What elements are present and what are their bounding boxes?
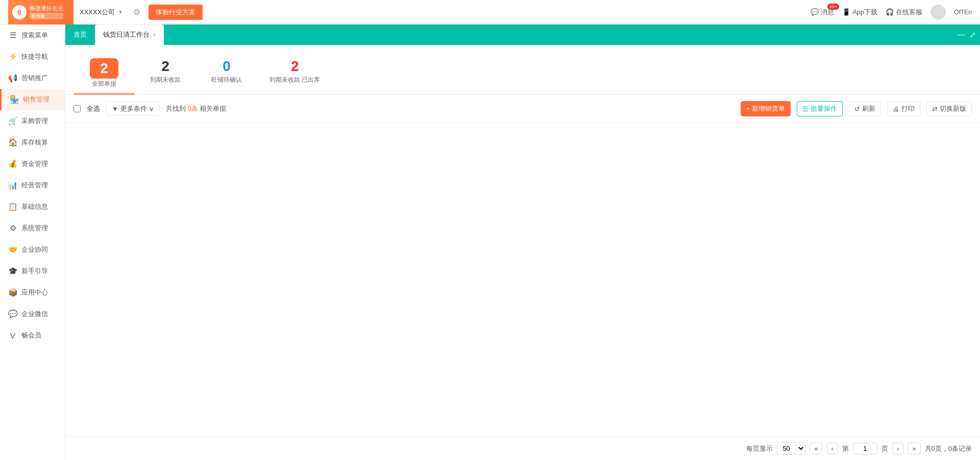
company-chevron: ▼ bbox=[118, 9, 123, 15]
sidebar-item-inventory[interactable]: 🏠 库存核算 bbox=[0, 132, 65, 153]
summary-card-wangpu[interactable]: 0 旺铺待确认 bbox=[196, 53, 257, 94]
sidebar-item-app-center[interactable]: 📦 应用中心 bbox=[0, 282, 65, 303]
last-page-button[interactable]: » bbox=[908, 443, 920, 454]
enterprise-icon: 🤝 bbox=[8, 245, 17, 254]
guide-icon: 🎓 bbox=[8, 267, 17, 276]
tab-home[interactable]: 首页 bbox=[65, 25, 95, 45]
page-number-input[interactable] bbox=[853, 443, 877, 454]
toolbar-left: 全选 ▼ 更多条件 ∨ 共找到 0条 相关单据 bbox=[74, 102, 734, 116]
refresh-label: 刷新 bbox=[862, 104, 875, 113]
switch-new-version-button[interactable]: ⇄ 切换新版 bbox=[926, 101, 972, 116]
add-sales-order-button[interactable]: + 新增销货单 bbox=[741, 101, 791, 116]
overdue-shipped-label: 到期未收款 已出库 bbox=[270, 76, 320, 84]
sidebar-item-member[interactable]: V 畅会员 bbox=[0, 325, 65, 346]
sidebar-item-guide[interactable]: 🎓 新手引导 bbox=[0, 260, 65, 282]
app-label: App下载 bbox=[852, 8, 877, 17]
refresh-button[interactable]: ↺ 刷新 bbox=[849, 101, 881, 116]
sidebar-item-sales[interactable]: 🏪 销售管理 bbox=[0, 89, 65, 110]
pagination-bar: 每页显示 50 10 20 100 « ‹ 第 页 › » 共0页，0条记录 bbox=[65, 437, 980, 460]
refresh-icon: ↺ bbox=[854, 105, 860, 113]
content-area: 2 全部单据 2 到期未收款 0 旺铺待确认 2 到期未收款 已出库 全选 bbox=[65, 45, 980, 460]
select-all-label: 全选 bbox=[87, 104, 100, 113]
summary-card-overdue-shipped[interactable]: 2 到期未收款 已出库 bbox=[257, 53, 332, 94]
sidebar-item-label: 搜索菜单 bbox=[21, 31, 48, 40]
related-label: 相关单据 bbox=[200, 105, 226, 112]
next-page-button[interactable]: › bbox=[892, 443, 903, 454]
avatar[interactable] bbox=[930, 5, 946, 20]
main-content: 2 全部单据 2 到期未收款 0 旺铺待确认 2 到期未收款 已出库 全选 bbox=[65, 45, 980, 460]
trial-button[interactable]: 体验行业方案 bbox=[149, 5, 203, 20]
wechat-icon: 💬 bbox=[8, 309, 17, 319]
filter-label: 更多条件 bbox=[120, 104, 147, 113]
nav-actions: — ⤢ bbox=[957, 30, 980, 40]
wangpu-count: 0 bbox=[223, 58, 231, 75]
gear-icon[interactable]: ⚙ bbox=[129, 7, 144, 17]
summary-card-all[interactable]: 2 全部单据 bbox=[74, 53, 135, 94]
sidebar-item-basics[interactable]: 📋 基础信息 bbox=[0, 196, 65, 217]
service-icon: 🎧 bbox=[886, 8, 894, 16]
purchase-icon: 🛒 bbox=[8, 116, 17, 126]
top-header: 6 畅捷通好生意 标准版 XXXXX公司 ▼ ⚙ 体验行业方案 💬 消息 99+… bbox=[0, 0, 980, 25]
prev-page-button[interactable]: ‹ bbox=[827, 443, 838, 454]
sidebar-item-finance[interactable]: 💰 资金管理 bbox=[0, 153, 65, 175]
message-icon: 💬 bbox=[811, 8, 819, 16]
sidebar-item-marketing[interactable]: 📢 营销推广 bbox=[0, 67, 65, 89]
operations-icon: 📊 bbox=[8, 181, 17, 190]
avatar-name[interactable]: OfTEn bbox=[954, 9, 972, 16]
toolbar: 全选 ▼ 更多条件 ∨ 共找到 0条 相关单据 + 新增销货单 ☰ 批量操作 bbox=[65, 95, 980, 123]
sidebar-item-label: 新手引导 bbox=[21, 267, 48, 276]
basics-icon: 📋 bbox=[8, 202, 17, 211]
overdue-label: 到期未收款 bbox=[150, 76, 181, 84]
message-icon-item[interactable]: 💬 消息 99+ bbox=[811, 8, 834, 17]
sidebar-item-system[interactable]: ⚙ 系统管理 bbox=[0, 217, 65, 239]
summary-card-overdue[interactable]: 2 到期未收款 bbox=[135, 53, 196, 94]
app-download-item[interactable]: 📱 App下载 bbox=[842, 8, 877, 17]
tab-close-icon[interactable]: × bbox=[153, 32, 156, 38]
sidebar-item-search[interactable]: ☰ 搜索菜单 bbox=[0, 25, 65, 46]
logo-text: 畅捷通好生意 标准版 bbox=[30, 5, 63, 20]
tab-work-bench[interactable]: 钱货日清工作台 × bbox=[95, 25, 164, 45]
select-all-checkbox[interactable] bbox=[74, 105, 81, 112]
nav-maximize-btn[interactable]: ⤢ bbox=[969, 30, 976, 40]
filter-icon: ▼ bbox=[112, 105, 118, 113]
sidebar-item-label: 库存核算 bbox=[21, 138, 48, 147]
logo-badge: 标准版 bbox=[30, 13, 63, 20]
total-records: 共0页，0条记录 bbox=[925, 444, 972, 453]
sidebar-item-label: 畅会员 bbox=[21, 331, 41, 340]
member-icon: V bbox=[8, 331, 17, 340]
sidebar-item-shortcuts[interactable]: ⚡ 快捷导航 bbox=[0, 46, 65, 67]
search-menu-icon: ☰ bbox=[8, 31, 17, 40]
all-orders-label: 全部单据 bbox=[92, 80, 116, 88]
sidebar: ☰ 搜索菜单 ⚡ 快捷导航 📢 营销推广 🏪 销售管理 🛒 采购管理 🏠 库存核… bbox=[0, 25, 65, 460]
per-page-label: 每页显示 bbox=[746, 444, 773, 453]
sidebar-item-operations[interactable]: 📊 经营管理 bbox=[0, 175, 65, 196]
header-right: 💬 消息 99+ 📱 App下载 🎧 在线客服 OfTEn bbox=[811, 5, 972, 20]
marketing-icon: 📢 bbox=[8, 74, 17, 83]
app-icon: 📱 bbox=[842, 8, 850, 16]
company-selector[interactable]: XXXXX公司 ▼ bbox=[74, 8, 129, 17]
service-item[interactable]: 🎧 在线客服 bbox=[886, 8, 922, 17]
wangpu-label: 旺铺待确认 bbox=[211, 76, 242, 84]
sidebar-item-purchase[interactable]: 🛒 采购管理 bbox=[0, 110, 65, 132]
more-filter-button[interactable]: ▼ 更多条件 ∨ bbox=[106, 102, 160, 116]
switch-icon: ⇄ bbox=[932, 105, 938, 113]
sidebar-item-label: 应用中心 bbox=[21, 288, 48, 297]
nav-minimize-btn[interactable]: — bbox=[957, 30, 965, 40]
page-size-select[interactable]: 50 10 20 100 bbox=[777, 442, 805, 455]
print-button[interactable]: 🖨 打印 bbox=[887, 101, 920, 116]
batch-icon: ☰ bbox=[802, 105, 808, 113]
message-badge: 99+ bbox=[827, 4, 839, 10]
print-icon: 🖨 bbox=[893, 105, 899, 113]
switch-label: 切换新版 bbox=[940, 104, 966, 113]
batch-operations-button[interactable]: ☰ 批量操作 bbox=[797, 101, 843, 116]
filter-chevron: ∨ bbox=[149, 105, 154, 113]
service-label: 在线客服 bbox=[896, 8, 922, 17]
page-suffix: 页 bbox=[881, 444, 888, 453]
company-name: XXXXX公司 bbox=[80, 8, 115, 17]
page-label: 第 bbox=[842, 444, 849, 453]
first-page-button[interactable]: « bbox=[810, 443, 822, 454]
overdue-count: 2 bbox=[161, 58, 169, 75]
app-center-icon: 📦 bbox=[8, 288, 17, 297]
sidebar-item-enterprise[interactable]: 🤝 企业协同 bbox=[0, 239, 65, 260]
sidebar-item-wechat[interactable]: 💬 企业微信 bbox=[0, 303, 65, 325]
